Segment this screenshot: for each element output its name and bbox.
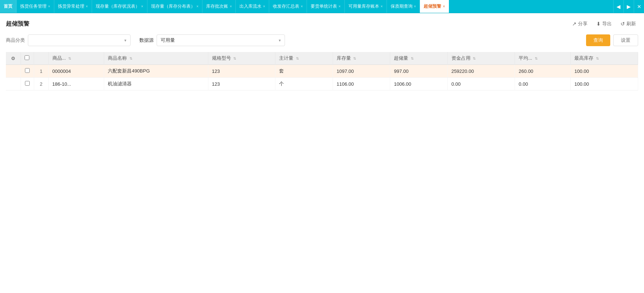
row-settings-cell — [6, 65, 21, 78]
row-product-name: 机油滤清器 — [104, 78, 208, 90]
close-icon[interactable]: × — [141, 4, 143, 8]
filter-row: 商品分类 ▾ 数据源 可用量 ▾ 查询 设置 — [6, 34, 638, 46]
nav-tab-order-stat[interactable]: 要货单统计表 × — [307, 0, 345, 13]
sort-icon: ⇅ — [233, 56, 236, 60]
chevron-down-icon: ▾ — [279, 38, 281, 43]
nav-tab-available-stock[interactable]: 可用量库存账本 × — [345, 0, 387, 13]
col-product-code[interactable]: 商品... ⇅ — [48, 52, 104, 65]
row-spec: 123 — [208, 65, 275, 78]
sort-icon: ⇅ — [353, 56, 356, 60]
row-checkbox[interactable] — [25, 68, 30, 73]
nav-tab-inout-flow[interactable]: 出入库流水 × — [236, 0, 269, 13]
table-row: 2 186-10... 机油滤清器 123 个 1106.00 1006.00 … — [6, 78, 638, 90]
close-icon[interactable]: × — [443, 4, 445, 8]
close-icon[interactable]: × — [301, 4, 303, 8]
row-overstock-qty: 1006.00 — [390, 78, 447, 90]
row-capital: 259220.00 — [447, 65, 515, 78]
nav-tab-batch[interactable]: 库存批次账 × — [202, 0, 236, 13]
row-stock-qty: 1097.00 — [333, 65, 390, 78]
nav-tab-overstock[interactable]: 超储预警 × — [420, 0, 449, 13]
col-max-stock[interactable]: 最高库存 ⇅ — [571, 52, 638, 65]
top-navigation: 首页 拣货任务管理 × 拣货异常处理 × 现存量（库存状况表） × 现存量（库存… — [0, 0, 644, 13]
row-max-stock: 100.00 — [571, 78, 638, 90]
category-filter: 商品分类 ▾ — [6, 34, 131, 46]
category-label: 商品分类 — [6, 37, 25, 44]
sort-icon: ⇅ — [535, 56, 538, 60]
sort-icon: ⇅ — [296, 56, 299, 60]
close-icon[interactable]: × — [263, 4, 265, 8]
row-stock-qty: 1106.00 — [333, 78, 390, 90]
col-spec[interactable]: 规格型号 ⇅ — [208, 52, 275, 65]
settings-button[interactable]: 设置 — [613, 34, 638, 46]
nav-tab-collect-send[interactable]: 收发存汇总表 × — [269, 0, 307, 13]
row-unit: 套 — [275, 65, 333, 78]
row-settings-cell — [6, 78, 21, 90]
header-actions: ↗ 分享 ⬇ 导出 ↺ 刷新 — [570, 19, 638, 29]
export-button[interactable]: ⬇ 导出 — [594, 19, 614, 29]
nav-arrow-close[interactable]: ✕ — [634, 0, 644, 13]
close-icon[interactable]: × — [48, 4, 50, 8]
close-icon[interactable]: × — [197, 4, 199, 8]
col-checkbox[interactable] — [21, 52, 34, 65]
sort-icon: ⇅ — [411, 56, 414, 60]
share-icon: ↗ — [572, 21, 577, 27]
nav-arrows: ◀ ▶ ✕ — [613, 0, 644, 13]
nav-home[interactable]: 首页 — [0, 0, 17, 13]
nav-arrow-right[interactable]: ▶ — [623, 0, 634, 13]
category-select[interactable]: ▾ — [28, 34, 131, 46]
datasource-label: 数据源 — [139, 37, 154, 44]
settings-gear-icon: ⚙ — [11, 56, 15, 61]
col-product-name[interactable]: 商品名称 ⇅ — [104, 52, 208, 65]
action-buttons: 查询 设置 — [586, 34, 638, 46]
export-icon: ⬇ — [596, 21, 601, 27]
col-stock-qty[interactable]: 库存量 ⇅ — [333, 52, 390, 65]
nav-tab-stock-dist[interactable]: 现存量（库存分布表） × — [147, 0, 203, 13]
row-avg: 260.00 — [515, 65, 571, 78]
row-capital: 0.00 — [447, 78, 515, 90]
select-all-checkbox[interactable] — [25, 55, 29, 60]
page-header: 超储预警 ↗ 分享 ⬇ 导出 ↺ 刷新 — [6, 19, 638, 29]
datasource-filter: 数据源 可用量 ▾ — [139, 34, 285, 46]
datasource-select[interactable]: 可用量 ▾ — [157, 34, 285, 46]
close-icon[interactable]: × — [414, 4, 416, 8]
share-button[interactable]: ↗ 分享 — [570, 19, 590, 29]
table-header: ⚙ 商品... ⇅ 商品名称 ⇅ 规格型号 ⇅ — [6, 52, 638, 65]
close-icon[interactable]: × — [381, 4, 383, 8]
sort-icon: ⇅ — [596, 56, 599, 60]
row-product-name: 六配套新昌490BPG — [104, 65, 208, 78]
col-overstock-qty[interactable]: 超储量 ⇅ — [390, 52, 447, 65]
refresh-icon: ↺ — [621, 21, 625, 27]
col-avg[interactable]: 平均... ⇅ — [515, 52, 571, 65]
nav-arrow-left[interactable]: ◀ — [613, 0, 623, 13]
col-unit[interactable]: 主计量 ⇅ — [275, 52, 333, 65]
row-checkbox-cell[interactable] — [21, 78, 34, 90]
sort-icon: ⇅ — [68, 56, 71, 60]
row-checkbox-cell[interactable] — [21, 65, 34, 78]
refresh-button[interactable]: ↺ 刷新 — [618, 19, 638, 29]
col-settings[interactable]: ⚙ — [6, 52, 21, 65]
row-checkbox[interactable] — [25, 81, 30, 86]
query-button[interactable]: 查询 — [586, 34, 610, 46]
sort-icon: ⇅ — [473, 56, 476, 60]
row-unit: 个 — [275, 78, 333, 90]
row-product-code: 0000004 — [48, 65, 104, 78]
page-title: 超储预警 — [6, 20, 29, 28]
close-icon[interactable]: × — [86, 4, 88, 8]
nav-tab-abnormal[interactable]: 拣货异常处理 × — [54, 0, 92, 13]
close-icon[interactable]: × — [230, 4, 232, 8]
nav-tab-task-mgmt[interactable]: 拣货任务管理 × — [17, 0, 54, 13]
row-overstock-qty: 997.00 — [390, 65, 447, 78]
table-header-row: ⚙ 商品... ⇅ 商品名称 ⇅ 规格型号 ⇅ — [6, 52, 638, 65]
row-max-stock: 100.00 — [571, 65, 638, 78]
col-capital[interactable]: 资金占用 ⇅ — [447, 52, 515, 65]
col-num — [34, 52, 48, 65]
row-avg: 0.00 — [515, 78, 571, 90]
nav-tab-stock-status[interactable]: 现存量（库存状况表） × — [92, 0, 147, 13]
main-content: 超储预警 ↗ 分享 ⬇ 导出 ↺ 刷新 商品分类 ▾ 数据源 — [0, 13, 644, 293]
nav-tab-quality[interactable]: 保质期查询 × — [387, 0, 420, 13]
datasource-select-value: 可用量 — [161, 37, 175, 44]
chevron-down-icon: ▾ — [124, 38, 127, 43]
sort-icon: ⇅ — [129, 56, 132, 60]
close-icon[interactable]: × — [339, 4, 341, 8]
row-product-code: 186-10... — [48, 78, 104, 90]
